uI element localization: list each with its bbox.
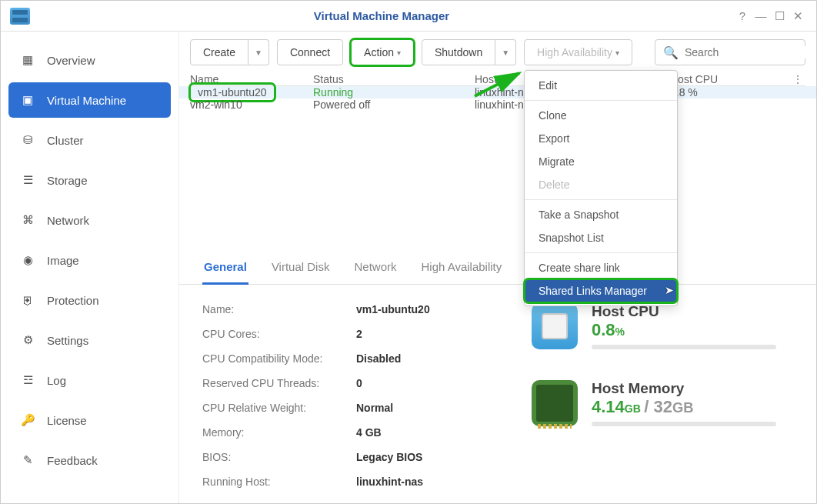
stat-value: 0.8% [592, 320, 625, 339]
shutdown-button[interactable]: Shutdown [422, 39, 495, 65]
menu-migrate[interactable]: Migrate [525, 150, 677, 173]
menu-delete[interactable]: Delete [525, 173, 677, 196]
stat-host-memory: Host Memory 4.14GB / 32GB [532, 380, 793, 426]
stat-title: Host Memory [592, 380, 776, 397]
sidebar-label: Storage [47, 174, 88, 187]
search-input[interactable] [685, 46, 817, 58]
menu-clone[interactable]: Clone [525, 104, 677, 127]
prop-val: Disabled [356, 352, 401, 365]
menu-create-share-link[interactable]: Create share link [525, 256, 677, 279]
sidebar-label: Virtual Machine [47, 94, 126, 107]
high-availability-button[interactable]: High Availability ▾ [524, 39, 632, 65]
sidebar-item-settings[interactable]: ⚙Settings [8, 322, 171, 358]
prop-val: 0 [356, 377, 362, 389]
sidebar-label: License [47, 414, 87, 427]
progress-bar [592, 422, 776, 426]
menu-separator [525, 199, 677, 200]
search-icon: 🔍 [663, 45, 679, 60]
prop-val: linuxhint-nas [356, 476, 423, 488]
connect-button[interactable]: Connect [277, 39, 343, 65]
search-box[interactable]: 🔍 [655, 39, 805, 65]
sidebar-item-network[interactable]: ⌘Network [8, 202, 171, 238]
prop-key: CPU Relative Weight: [202, 402, 356, 414]
menu-edit[interactable]: Edit [525, 74, 677, 97]
window-title: Virtual Machine Manager [30, 9, 733, 22]
vm-name-cell: vm2-win10 [190, 98, 313, 111]
menu-separator [525, 252, 677, 253]
protection-icon: ⛨ [19, 292, 36, 308]
tab-virtual-disk[interactable]: Virtual Disk [270, 252, 332, 284]
sidebar-label: Feedback [47, 454, 98, 467]
menu-separator [525, 100, 677, 101]
sidebar-item-storage[interactable]: ☰Storage [8, 162, 171, 198]
action-dropdown: Edit Clone Export Migrate Delete Take a … [524, 70, 678, 306]
ha-label: High Availability [537, 46, 612, 58]
create-button-group: Create ▼ [190, 39, 269, 65]
table-header: Name Status Host IP Host CPU ⋮ [179, 73, 816, 85]
tab-high-availability[interactable]: High Availability [419, 252, 503, 284]
help-icon[interactable]: ? [733, 7, 752, 25]
prop-key: Name: [202, 303, 356, 315]
caret-down-icon: ▼ [502, 48, 509, 57]
sidebar-item-image[interactable]: ◉Image [8, 242, 171, 278]
cluster-icon: ⛁ [19, 132, 36, 148]
minimize-icon[interactable]: — [752, 7, 770, 25]
sidebar-label: Log [47, 374, 66, 387]
sidebar-item-license[interactable]: 🔑License [8, 402, 171, 438]
menu-export[interactable]: Export [525, 127, 677, 150]
license-icon: 🔑 [19, 412, 36, 428]
maximize-icon[interactable]: ☐ [770, 7, 789, 25]
shutdown-caret[interactable]: ▼ [495, 39, 516, 65]
sidebar-item-protection[interactable]: ⛨Protection [8, 282, 171, 318]
sidebar-item-cluster[interactable]: ⛁Cluster [8, 122, 171, 158]
vm-cpu-cell: 0.8 % [670, 86, 790, 98]
prop-val: 4 GB [356, 426, 382, 439]
stat-sep: / [644, 397, 653, 416]
sidebar-label: Protection [47, 294, 99, 307]
image-icon: ◉ [19, 252, 36, 268]
table-row[interactable]: vm2-win10 Powered off linuxhint-nas - - [179, 98, 816, 111]
action-button[interactable]: Action ▾ [351, 39, 414, 65]
properties: Name:vm1-ubuntu20 CPU Cores:2 CPU Compat… [202, 303, 509, 500]
menu-snapshot-list[interactable]: Snapshot List [525, 226, 677, 249]
settings-icon: ⚙ [19, 332, 36, 348]
vm-status-cell: Powered off [313, 98, 475, 111]
prop-val: Normal [356, 402, 393, 414]
col-menu-icon[interactable]: ⋮ [790, 73, 805, 85]
tab-general[interactable]: General [202, 252, 248, 285]
shutdown-button-group: Shutdown ▼ [422, 39, 516, 65]
menu-shared-links-manager[interactable]: Shared Links Manager➤ [525, 279, 677, 302]
close-icon[interactable]: ✕ [789, 7, 807, 25]
stats: Host CPU 0.8% Host Memory 4.14GB / 32GB [532, 303, 793, 500]
tab-network[interactable]: Network [352, 252, 398, 284]
memory-icon [532, 380, 578, 426]
sidebar-item-feedback[interactable]: ✎Feedback [8, 442, 171, 478]
overview-icon: ▦ [19, 52, 36, 68]
titlebar: Virtual Machine Manager ? — ☐ ✕ [1, 1, 816, 32]
create-button[interactable]: Create [190, 39, 248, 65]
cpu-icon [532, 303, 578, 349]
sidebar-label: Cluster [47, 134, 84, 147]
detail-pane: Name:vm1-ubuntu20 CPU Cores:2 CPU Compat… [179, 285, 816, 504]
create-caret[interactable]: ▼ [248, 39, 269, 65]
prop-val: Legacy BIOS [356, 451, 422, 463]
sidebar-label: Image [47, 254, 79, 267]
prop-key: Running Host: [202, 476, 356, 488]
col-cpu[interactable]: Host CPU [670, 73, 790, 85]
table-row[interactable]: vm1-ubuntu20 Running linuxhint-nas 192.1… [179, 86, 816, 98]
progress-bar [592, 345, 776, 349]
col-status[interactable]: Status [313, 73, 475, 85]
action-label: Action [364, 46, 394, 58]
caret-down-icon: ▾ [397, 48, 401, 57]
stat-total: 32GB [654, 397, 694, 416]
prop-key: BIOS: [202, 451, 356, 463]
sidebar-item-virtual-machine[interactable]: ▣Virtual Machine [8, 82, 171, 118]
stat-value: 4.14GB [592, 397, 641, 416]
caret-down-icon: ▼ [255, 48, 262, 57]
prop-val: vm1-ubuntu20 [356, 303, 430, 315]
prop-val: 2 [356, 328, 362, 340]
sidebar-item-log[interactable]: ☲Log [8, 362, 171, 398]
sidebar-item-overview[interactable]: ▦Overview [8, 42, 171, 78]
cursor-icon: ➤ [665, 284, 674, 296]
menu-take-snapshot[interactable]: Take a Snapshot [525, 203, 677, 226]
